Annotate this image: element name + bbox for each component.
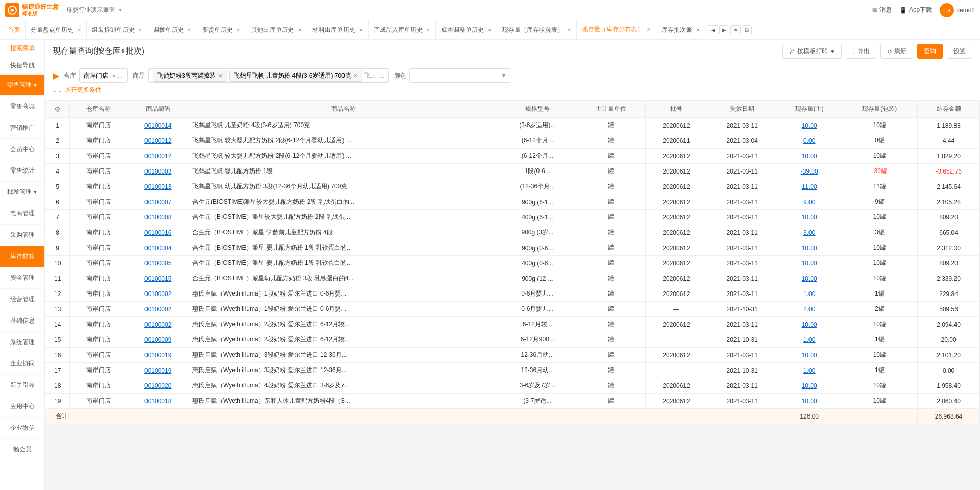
cell-qty[interactable]: -39.00 (777, 164, 842, 179)
product-tag-1[interactable]: 飞鹤奶粉3段丙罐擦装 ✕ (153, 70, 227, 82)
cell-code[interactable]: 00100003 (127, 164, 189, 179)
tab-split-stock[interactable]: 分量盘点单历史 ✕ (26, 20, 87, 40)
cell-qty[interactable]: 10.00 (777, 317, 842, 332)
sidebar-item-wholesale[interactable]: 批发管理 ▼ (0, 182, 44, 203)
sidebar-item-purchase[interactable]: 采购管理 (0, 225, 44, 246)
cell-code[interactable]: 00100018 (127, 394, 189, 409)
sidebar-item-apps[interactable]: 应用中心 (0, 396, 44, 418)
sidebar-quick-nav[interactable]: 快捷导航 (0, 57, 44, 75)
cell-code[interactable]: 00100020 (127, 378, 189, 394)
tab-close-all[interactable]: ✕ (730, 25, 741, 35)
tab-transfer[interactable]: 调拨单历史 ✕ (148, 20, 197, 40)
cell-qty[interactable]: 9.00 (777, 194, 842, 210)
cell-qty[interactable]: 10.00 (777, 394, 842, 409)
tab-batch-voucher[interactable]: 库存批次账 ✕ (656, 20, 705, 40)
cell-code[interactable]: 00100014 (127, 118, 189, 133)
tab-home[interactable]: 首页 (3, 20, 26, 40)
cell-code[interactable]: 00100016 (127, 225, 189, 240)
sidebar-item-retail[interactable]: 零售管理 ▼ (0, 75, 44, 96)
user-menu[interactable]: Ea demo2 (940, 3, 975, 17)
tab-stock-dist[interactable]: 现存量（库存分布表） ✕ (577, 20, 656, 40)
sidebar-item-retail-shop[interactable]: 零售商城 (0, 96, 44, 117)
settings-icon[interactable]: ⚙ (54, 105, 61, 113)
sidebar-item-inventory[interactable]: 库存核算 (0, 246, 44, 267)
tab-request[interactable]: 要货单历史 ✕ (197, 20, 246, 40)
tab-prev-arrow[interactable]: ◀ (708, 25, 718, 35)
product-tag-1-close[interactable]: ✕ (218, 72, 223, 79)
sidebar-search[interactable]: 搜索菜单 (0, 40, 44, 57)
cell-code[interactable]: 00100013 (127, 179, 189, 194)
col-settings[interactable]: ⚙ (45, 101, 70, 118)
product-input[interactable]: 飞鹤奶粉3段丙罐擦装 ✕ 飞鹤星飞帆 儿童奶粉 4段(3-6岁适用) 700克 … (148, 68, 389, 83)
tab-disassemble[interactable]: 组装拆卸单历史 ✕ (87, 20, 148, 40)
cell-qty[interactable]: 0.00 (777, 133, 842, 149)
expand-more-conditions[interactable]: ⌄⌄ 展开更多条件 (53, 86, 972, 94)
close-icon[interactable]: ✕ (298, 27, 302, 33)
cell-qty[interactable]: 1.00 (777, 332, 842, 348)
sidebar-item-operation[interactable]: 经营管理 (0, 289, 44, 310)
cell-qty[interactable]: 10.00 (777, 256, 842, 271)
cell-qty[interactable]: 3.00 (777, 225, 842, 240)
close-icon[interactable]: ✕ (567, 27, 571, 33)
close-icon[interactable]: ✕ (696, 27, 700, 33)
sidebar-item-guide[interactable]: 新手引导 (0, 375, 44, 396)
cell-code[interactable]: 00100012 (127, 133, 189, 149)
tab-product-in[interactable]: 产成品入库单历史 ✕ (369, 20, 436, 40)
tab-next-arrow[interactable]: ▶ (719, 25, 729, 35)
cell-code[interactable]: 00100012 (127, 149, 189, 164)
cell-code[interactable]: 00100002 (127, 302, 189, 317)
sidebar-item-corp-wechat[interactable]: 企业微信 (0, 418, 44, 439)
close-icon[interactable]: ✕ (487, 27, 492, 33)
close-icon[interactable]: ✕ (647, 27, 651, 32)
color-input[interactable]: ▼ (409, 68, 511, 83)
sidebar-item-enterprise[interactable]: 企业协同 (0, 353, 44, 375)
tab-other-out[interactable]: 其他出库单历史 ✕ (246, 20, 307, 40)
cell-qty[interactable]: 10.00 (777, 348, 842, 363)
close-icon[interactable]: ✕ (236, 27, 240, 33)
query-button[interactable]: 查询 (917, 44, 943, 59)
sidebar-item-finance[interactable]: 资金管理 (0, 267, 44, 289)
sidebar-item-marketing[interactable]: 营销推广 (0, 117, 44, 139)
message-button[interactable]: ✉ 消息 (872, 6, 892, 14)
cell-qty[interactable]: 2.00 (777, 302, 842, 317)
tab-cost-adj[interactable]: 成本调整单历史 ✕ (436, 20, 497, 40)
cell-code[interactable]: 00100002 (127, 317, 189, 332)
cell-qty[interactable]: 10.00 (777, 378, 842, 394)
cell-code[interactable]: 00100007 (127, 194, 189, 210)
cell-code[interactable]: 00100008 (127, 210, 189, 225)
product-tag-2-close[interactable]: ✕ (353, 72, 358, 79)
sidebar-item-ecommerce[interactable]: 电商管理 (0, 203, 44, 225)
close-icon[interactable]: ✕ (77, 27, 81, 33)
tab-stock-status[interactable]: 现存量（库存状况表） ✕ (497, 20, 577, 40)
cell-qty[interactable]: 10.00 (777, 118, 842, 133)
cell-qty[interactable]: 10.00 (777, 271, 842, 286)
filter-expand-arrow[interactable]: ▶ (53, 71, 59, 81)
close-icon[interactable]: ✕ (359, 27, 363, 33)
app-download-button[interactable]: 📱 App下载 (899, 6, 932, 14)
print-button[interactable]: 🖨 按模板打印 ▼ (782, 44, 842, 59)
tab-material-out[interactable]: 材料出库单历史 ✕ (307, 20, 369, 40)
close-icon[interactable]: ✕ (138, 27, 142, 33)
export-button[interactable]: ↓ 导出 (846, 44, 876, 59)
cell-code[interactable]: 00100004 (127, 240, 189, 256)
warehouse-input[interactable]: 南岸门店 ✕ ... (79, 68, 128, 83)
sidebar-item-system[interactable]: 系统管理 (0, 332, 44, 353)
settings-button[interactable]: 设置 (947, 44, 972, 59)
cell-qty[interactable]: 1.00 (777, 363, 842, 378)
cell-qty[interactable]: 10.00 (777, 210, 842, 225)
cell-qty[interactable]: 11.00 (777, 179, 842, 194)
cell-code[interactable]: 00100019 (127, 363, 189, 378)
cell-code[interactable]: 00100005 (127, 256, 189, 271)
cell-qty[interactable]: 1.00 (777, 286, 842, 302)
cell-code[interactable]: 00100009 (127, 332, 189, 348)
cell-code[interactable]: 00100015 (127, 271, 189, 286)
cell-code[interactable]: 00100002 (127, 286, 189, 302)
sidebar-item-vip[interactable]: 畅会员 (0, 439, 44, 460)
sidebar-item-basic[interactable]: 基础信息 (0, 310, 44, 332)
close-icon[interactable]: ✕ (187, 27, 191, 33)
tab-menu[interactable]: ⊟ (742, 25, 752, 35)
cell-qty[interactable]: 10.00 (777, 149, 842, 164)
close-icon[interactable]: ✕ (426, 27, 430, 33)
warehouse-tag-close[interactable]: ✕ (112, 73, 116, 79)
warehouse-more[interactable]: ... (118, 72, 123, 79)
